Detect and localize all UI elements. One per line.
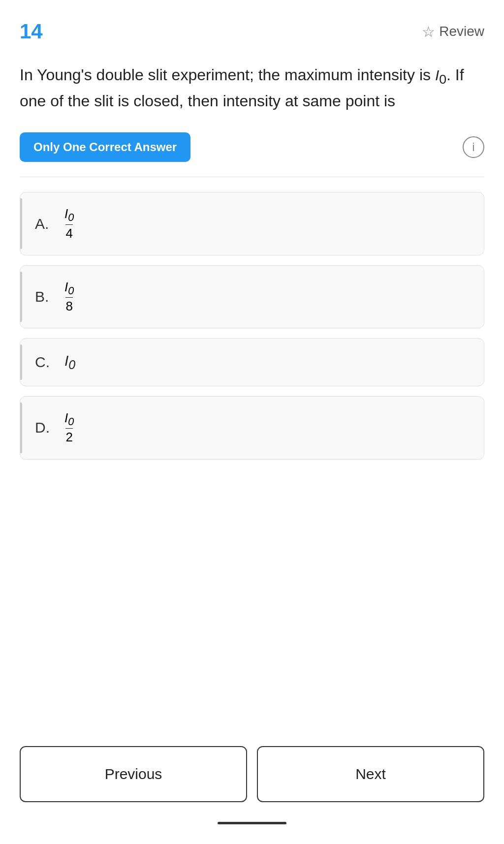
- option-d-value: I0 2: [64, 410, 74, 445]
- answer-type-badge: Only One Correct Answer: [20, 132, 190, 162]
- bottom-navigation: Previous Next: [20, 746, 484, 817]
- option-a-value: I0 4: [64, 206, 74, 241]
- option-d[interactable]: D. I0 2: [20, 396, 484, 459]
- info-icon: i: [472, 140, 474, 154]
- option-a-label: A.: [35, 216, 64, 232]
- question-number: 14: [20, 20, 43, 43]
- section-divider: [20, 177, 484, 177]
- option-b-value: I0 8: [64, 280, 74, 314]
- options-list: A. I0 4 B. I0 8 C. I0 D. I0 2: [20, 192, 484, 721]
- option-b-label: B.: [35, 288, 64, 305]
- home-indicator: [218, 822, 286, 824]
- question-text: In Young's double slit experiment; the m…: [20, 63, 484, 113]
- option-c[interactable]: C. I0: [20, 338, 484, 386]
- option-c-label: C.: [35, 354, 64, 371]
- option-b[interactable]: B. I0 8: [20, 265, 484, 328]
- previous-button[interactable]: Previous: [20, 746, 247, 802]
- review-label: Review: [439, 24, 484, 39]
- star-icon: ☆: [422, 23, 435, 40]
- review-button[interactable]: ☆ Review: [422, 23, 484, 40]
- option-d-label: D.: [35, 419, 64, 436]
- badge-row: Only One Correct Answer i: [20, 132, 484, 162]
- next-button[interactable]: Next: [257, 746, 484, 802]
- info-button[interactable]: i: [463, 136, 484, 158]
- question-header: 14 ☆ Review: [20, 20, 484, 43]
- option-a[interactable]: A. I0 4: [20, 192, 484, 255]
- option-c-value: I0: [64, 352, 75, 372]
